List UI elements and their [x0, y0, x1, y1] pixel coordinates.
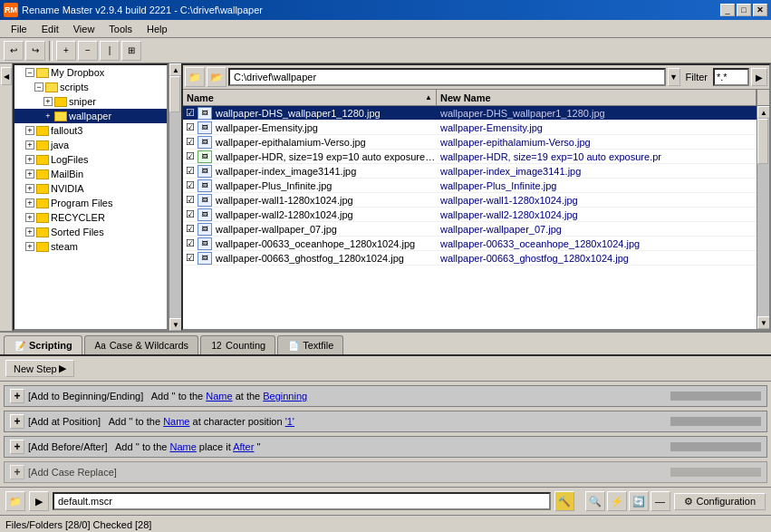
table-row[interactable]: ☑ 🖼 wallpaper-00663_ghostfog_1280x1024.j… [183, 251, 757, 266]
table-row[interactable]: ☑ 🖼 wallpaper-HDR, size=19 exp=10 auto e… [183, 150, 757, 164]
script-play-btn[interactable]: ▶ [29, 491, 49, 511]
tree-item-scripts[interactable]: − scripts [14, 80, 167, 94]
tab-case-wildcards[interactable]: Aa Case & Wildcards [84, 335, 198, 354]
table-row[interactable]: ☑ 🖼 wallpaper-DHS_wallpaper1_1280.jpg wa… [183, 106, 757, 121]
tree-item-fallout3[interactable]: + fallout3 [14, 123, 167, 138]
file-checkbox[interactable]: ☑ [183, 164, 198, 179]
tree-toggle-fallout3[interactable]: + [25, 126, 34, 135]
file-checkbox[interactable]: ☑ [183, 135, 198, 150]
file-checkbox[interactable]: ☑ [183, 193, 198, 208]
step-link-name-1[interactable]: Name [206, 391, 232, 401]
tree-scroll-track[interactable] [169, 76, 181, 318]
tree-item-logfiles[interactable]: + LogFiles [14, 152, 167, 167]
tree-toggle-mydropbox[interactable]: − [25, 68, 34, 77]
table-row[interactable]: ☑ 🖼 wallpaper-wall2-1280x1024.jpg wallpa… [183, 208, 757, 222]
toolbar-btn-5[interactable]: | [100, 41, 120, 61]
step-link-name-2[interactable]: Name [163, 416, 189, 427]
col-header-name[interactable]: Name ▲ [183, 90, 437, 105]
tree-toggle-recycler[interactable]: + [25, 213, 34, 222]
address-folder-button[interactable]: 📁 [185, 67, 205, 87]
tab-scripting[interactable]: 📝 Scripting [4, 335, 82, 354]
step-link-pos[interactable]: '1' [285, 416, 294, 427]
step-add-btn-4[interactable]: + [10, 465, 24, 479]
filelist-scroll-up[interactable]: ▲ [757, 106, 769, 119]
tree-item-steam[interactable]: + steam [14, 239, 167, 254]
tree-scrollbar[interactable]: ▲ ▼ [169, 63, 181, 331]
address-input[interactable] [228, 68, 666, 86]
tree-item-wallpaper[interactable]: + wallpaper [14, 109, 167, 123]
file-checkbox[interactable]: ☑ [183, 222, 198, 237]
tree-toggle-logfiles[interactable]: + [25, 155, 34, 164]
file-checkbox[interactable]: ☑ [183, 179, 198, 193]
filelist-scroll-down[interactable]: ▼ [757, 316, 769, 329]
tree-item-sortedfiles[interactable]: + Sorted Files [14, 225, 167, 239]
file-checkbox[interactable]: ☑ [183, 251, 198, 266]
step-link-after[interactable]: After [233, 441, 254, 452]
script-action-btn[interactable]: 🔨 [554, 491, 574, 511]
address-dropdown-button[interactable]: ▼ [668, 68, 680, 86]
script-input[interactable] [53, 492, 551, 510]
tree-toggle-steam[interactable]: + [25, 242, 34, 251]
step-add-btn-2[interactable]: + [10, 414, 24, 429]
tab-textfile[interactable]: 📄 Textfile [277, 335, 343, 354]
toolbar-btn-3[interactable]: + [56, 41, 76, 61]
minimize-button[interactable]: _ [720, 4, 735, 16]
tree-scroll-thumb[interactable] [169, 76, 180, 112]
nav-left-btn[interactable]: ◀ [1, 67, 12, 85]
menu-edit[interactable]: Edit [34, 22, 66, 36]
table-row[interactable]: ☑ 🖼 wallpaper-wall1-1280x1024.jpg wallpa… [183, 193, 757, 208]
tree-toggle-mailbin[interactable]: + [25, 169, 34, 179]
filelist-scroll-thumb[interactable] [757, 119, 768, 164]
file-checkbox[interactable]: ☑ [183, 121, 198, 135]
filelist-scroll-track[interactable] [757, 119, 769, 316]
tree-toggle-java[interactable]: + [25, 140, 34, 150]
address-up-button[interactable]: 📂 [207, 67, 226, 87]
tree-scroll-up[interactable]: ▲ [169, 63, 182, 76]
tree-toggle-programfiles[interactable]: + [25, 198, 34, 208]
col-header-newname[interactable]: New Name [437, 90, 757, 105]
tree-toggle-scripts[interactable]: − [34, 82, 43, 92]
step-link-beginning[interactable]: Beginning [263, 391, 307, 401]
menu-tools[interactable]: Tools [101, 22, 140, 36]
tree-item-java[interactable]: + java [14, 138, 167, 152]
maximize-button[interactable]: □ [737, 4, 751, 16]
filter-apply-button[interactable]: ▶ [751, 68, 767, 86]
menu-help[interactable]: Help [140, 22, 175, 36]
step-add-btn-3[interactable]: + [10, 440, 24, 454]
file-checkbox[interactable]: ☑ [183, 150, 198, 164]
tree-toggle-sniper[interactable]: + [43, 97, 53, 106]
action-btn-4[interactable]: — [651, 491, 670, 511]
new-step-button[interactable]: New Step ▶ [5, 360, 74, 377]
file-checkbox[interactable]: ☑ [183, 237, 198, 251]
table-row[interactable]: ☑ 🖼 wallpaper-00633_oceanhope_1280x1024.… [183, 237, 757, 251]
filelist-scrollbar[interactable]: ▲ ▼ [757, 106, 769, 329]
configuration-button[interactable]: ⚙ Configuration [674, 493, 766, 510]
tree-item-nvidia[interactable]: + NVIDIA [14, 181, 167, 196]
filter-input[interactable] [713, 68, 749, 86]
tree-item-mailbin[interactable]: + MailBin [14, 167, 167, 181]
table-row[interactable]: ☑ 🖼 wallpaper-wallpaper_07.jpg wallpaper… [183, 222, 757, 237]
toolbar-btn-6[interactable]: ⊞ [121, 41, 141, 61]
step-link-name-3[interactable]: Name [169, 441, 196, 452]
search-btn[interactable]: 🔍 [585, 491, 605, 511]
tree-item-sniper[interactable]: + sniper [14, 94, 167, 109]
toolbar-btn-2[interactable]: ↪ [25, 41, 45, 61]
tree-toggle-wallpaper[interactable]: + [43, 111, 53, 121]
file-checkbox[interactable]: ☑ [183, 208, 198, 222]
script-open-btn[interactable]: 📁 [5, 491, 25, 511]
action-btn-3[interactable]: 🔄 [629, 491, 649, 511]
table-row[interactable]: ☑ 🖼 wallpaper-Emensity.jpg wallpaper-Eme… [183, 121, 757, 135]
toolbar-btn-1[interactable]: ↩ [4, 41, 24, 61]
tab-counting[interactable]: 12 Counting [200, 335, 275, 354]
tree-item-programfiles[interactable]: + Program Files [14, 196, 167, 210]
close-button[interactable]: ✕ [753, 4, 767, 16]
step-add-btn-1[interactable]: + [10, 389, 24, 403]
tree-scroll-down[interactable]: ▼ [169, 318, 182, 331]
menu-view[interactable]: View [66, 22, 102, 36]
tree-item-recycler[interactable]: + RECYCLER [14, 210, 167, 225]
action-btn-2[interactable]: ⚡ [607, 491, 627, 511]
tree-toggle-nvidia[interactable]: + [25, 184, 34, 193]
tree-toggle-sortedfiles[interactable]: + [25, 227, 34, 237]
menu-file[interactable]: File [4, 22, 34, 36]
table-row[interactable]: ☑ 🖼 wallpaper-index_image3141.jpg wallpa… [183, 164, 757, 179]
